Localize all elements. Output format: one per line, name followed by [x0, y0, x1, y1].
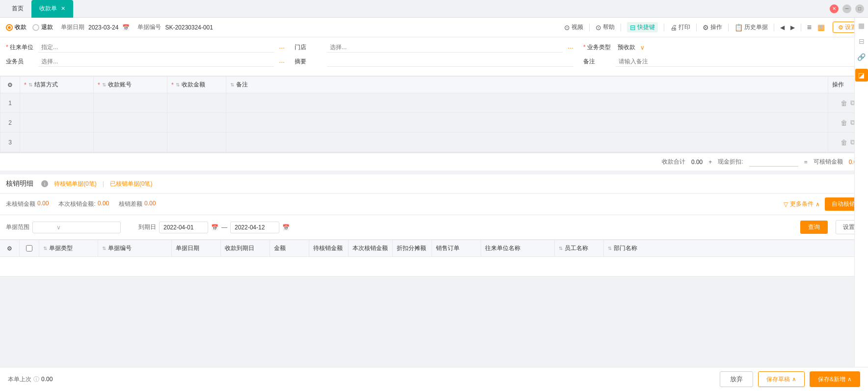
summary-label: 摘要 [295, 57, 324, 66]
total-label: 收款合计 [662, 158, 685, 166]
win-close-button[interactable]: ✕ [830, 4, 839, 13]
td-account-3[interactable] [94, 133, 167, 152]
receipt-radio-dot [6, 24, 13, 31]
dth-discount: 折扣分摊额 [393, 240, 432, 256]
per-page-label: 本单上次 [8, 375, 31, 384]
due-date-start[interactable] [159, 222, 208, 233]
tab-receipt[interactable]: 收款单 ✕ [31, 0, 73, 18]
win-max-button[interactable]: □ [855, 4, 864, 13]
right-panel-icon-3[interactable]: 🔗 [857, 53, 866, 61]
more-filters-label: 更多条件 [790, 200, 814, 208]
more-filters-btn[interactable]: ▽ 更多条件 ∧ [784, 200, 820, 208]
td-amount-1[interactable] [167, 93, 226, 112]
print-btn[interactable]: 🖨 打印 [670, 23, 690, 31]
dth-pending: 待核销金额 [309, 240, 349, 256]
doc-range-field: 单据范围 ∨ [6, 222, 121, 233]
bottom-spacer [0, 277, 868, 301]
pending-tab[interactable]: 待核销单据(0笔) [54, 180, 97, 188]
operation-btn[interactable]: ⚙ 操作 [703, 23, 722, 31]
partner-more-btn[interactable]: ··· [279, 44, 285, 52]
help-btn[interactable]: ⊙ 帮助 [596, 23, 615, 31]
receipt-radio[interactable]: 收款 [6, 23, 27, 31]
form-row-1: 往来单位 ··· 门店 ··· 业务类型 预收款 ∨ [6, 42, 862, 53]
select-all-checkbox[interactable] [26, 245, 32, 251]
due-date-end[interactable] [230, 222, 279, 233]
help-icon: ⊙ [596, 24, 601, 31]
staff-more-btn[interactable]: ··· [279, 58, 285, 66]
next-btn[interactable]: ▶ [790, 24, 795, 31]
right-panel-icon-1[interactable]: ▦ [858, 22, 865, 29]
operation-icon: ⚙ [703, 24, 709, 31]
this-value: 0.00 [98, 200, 109, 208]
staff-input[interactable] [38, 56, 274, 67]
td-amount-3[interactable] [167, 133, 226, 152]
offset-title: 核销明细 [6, 179, 33, 188]
table-row: 1 🗑 ⧉ [0, 93, 868, 113]
th-amount: ⇅收款金额 [167, 77, 226, 93]
doc-no-field: 单据编号 SK-20230324-001 [137, 23, 213, 31]
store-input[interactable] [327, 42, 563, 53]
operation-label: 操作 [710, 23, 722, 31]
td-settlement-2[interactable] [20, 113, 94, 132]
tab-home[interactable]: 首页 [4, 0, 31, 18]
td-account-2[interactable] [94, 113, 167, 132]
right-panel-icon-4[interactable]: ◪ [855, 69, 868, 82]
biztype-dropdown-icon[interactable]: ∨ [640, 44, 645, 51]
prev-btn[interactable]: ◀ [780, 24, 785, 31]
th-gear[interactable]: ⚙ [0, 77, 20, 93]
grid-view-btn[interactable]: ▦ [817, 23, 825, 32]
tab-receipt-label: 收款单 [39, 4, 57, 13]
diff-value: 0.00 [144, 200, 156, 208]
dth-check[interactable] [20, 240, 39, 256]
history-btn[interactable]: 📋 历史单据 [734, 23, 768, 31]
query-btn[interactable]: 查询 [800, 221, 828, 234]
per-page-info-icon[interactable]: ⓘ [33, 375, 39, 384]
td-remark-3[interactable] [226, 133, 828, 152]
delete-row3-icon[interactable]: 🗑 [841, 139, 847, 146]
tab-close-icon[interactable]: ✕ [61, 5, 65, 12]
abandon-btn[interactable]: 放弃 [720, 371, 753, 387]
divider2 [621, 24, 621, 31]
save-new-btn[interactable]: 保存&新增 ∧ [810, 371, 860, 387]
delete-row2-icon[interactable]: 🗑 [841, 119, 847, 127]
discount-input[interactable] [749, 157, 798, 167]
summary-row: 收款合计 0.00 + 现金折扣: = 可核销金额 0.00 [0, 153, 868, 170]
win-min-button[interactable]: ─ [842, 4, 851, 13]
doc-range-select[interactable]: ∨ [32, 222, 121, 233]
refund-radio[interactable]: 退款 [32, 23, 53, 31]
due-date-field: 到期日 📅 — 📅 [138, 222, 290, 233]
plus-sign: + [708, 159, 712, 166]
td-remark-2[interactable] [226, 113, 828, 132]
divider7 [801, 24, 801, 31]
this-label: 本次核销金额: [58, 200, 95, 208]
right-panel-icon-2[interactable]: ⊟ [859, 37, 865, 45]
th-settlement: ⇅结算方式 [20, 77, 94, 93]
doc-date-calendar-icon[interactable]: 📅 [122, 24, 130, 31]
search-form: 单据范围 ∨ 到期日 📅 — 📅 查询 设置 [0, 215, 868, 240]
dth-thistime: 本次核销金额 [349, 240, 393, 256]
end-cal-icon[interactable]: 📅 [282, 224, 290, 231]
td-settlement-3[interactable] [20, 133, 94, 152]
bottom-bar: 本单上次 ⓘ 0.00 放弃 保存草稿 ∧ 保存&新增 ∧ [0, 367, 868, 391]
done-tab[interactable]: 已核销单据(0笔) [110, 180, 153, 188]
td-settlement-1[interactable] [20, 93, 94, 112]
save-draft-btn[interactable]: 保存草稿 ∧ [758, 371, 805, 387]
partner-input[interactable] [38, 42, 274, 53]
start-cal-icon[interactable]: 📅 [211, 224, 218, 231]
shortcut-btn[interactable]: ⊟ 快捷键 [627, 22, 658, 32]
doc-range-label: 单据范围 [6, 223, 29, 231]
video-btn[interactable]: ⊙ 视频 [564, 23, 583, 31]
remarks-input[interactable] [616, 56, 862, 67]
list-view-btn[interactable]: ≡ [807, 23, 812, 32]
delete-row1-icon[interactable]: 🗑 [841, 99, 847, 107]
summary-input[interactable] [327, 56, 573, 67]
store-more-btn[interactable]: ··· [568, 44, 573, 52]
td-account-1[interactable] [94, 93, 167, 112]
td-amount-2[interactable] [167, 113, 226, 132]
save-new-chevron-icon: ∧ [847, 376, 852, 383]
filter-icon: ▽ [784, 201, 788, 208]
td-remark-1[interactable] [226, 93, 828, 112]
uncleared-value: 0.00 [37, 200, 49, 208]
dth-gear[interactable]: ⚙ [0, 240, 20, 256]
offset-info-icon[interactable]: i [41, 180, 48, 187]
